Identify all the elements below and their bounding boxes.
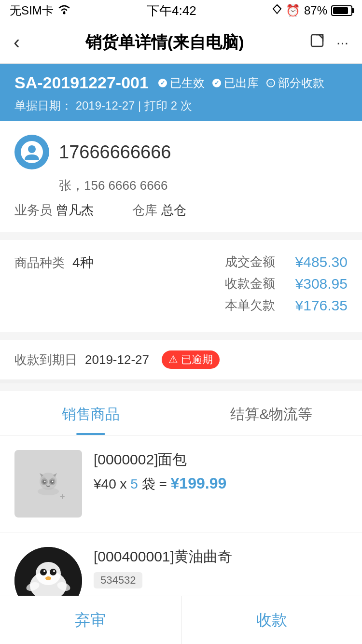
status-tags: 已生效 已出库 ○ 部分收款	[158, 75, 324, 91]
effective-check-icon	[158, 79, 167, 87]
header-banner: SA-20191227-001 已生效 已出库 ○ 部分收款 单据日期： 201…	[0, 64, 362, 121]
nav-bar: ‹ 销货单详情(来自电脑) ···	[0, 21, 362, 64]
product-info-bread: [0000002]面包 ¥40 x 5 袋 = ¥199.99	[94, 450, 348, 493]
order-number: SA-20191227-001	[14, 73, 149, 92]
svg-point-21	[45, 576, 51, 580]
warehouse-value: 总仓	[161, 202, 186, 219]
salesperson-label: 业务员	[14, 202, 52, 219]
nav-left: ‹	[14, 31, 20, 53]
svg-text:+: +	[60, 491, 65, 501]
svg-point-19	[43, 570, 45, 572]
product-types-item: 商品种类 4种	[14, 253, 181, 272]
status-left: 无SIM卡	[10, 3, 71, 18]
deal-amount-row: 成交金额 ¥485.30	[181, 253, 348, 270]
status-right: ⏰ 87%	[272, 4, 352, 17]
share-icon[interactable]	[309, 33, 325, 52]
status-shipped: 已出库	[212, 75, 259, 91]
due-label: 收款到期日	[14, 351, 77, 368]
svg-point-16	[36, 562, 61, 585]
svg-point-11	[44, 481, 46, 482]
received-label: 收款金额	[225, 275, 275, 292]
salesperson-value: 曾凡杰	[56, 202, 94, 219]
overdue-warning-icon: ⚠	[168, 353, 178, 366]
cancel-review-button[interactable]: 弃审	[0, 596, 181, 644]
status-time: 下午4:42	[147, 2, 196, 19]
product-name-bread: [0000002]面包	[94, 450, 348, 470]
overdue-badge: ⚠ 已逾期	[162, 350, 220, 369]
owed-label: 本单欠款	[225, 297, 275, 314]
battery-percent: 87%	[304, 4, 327, 17]
svg-point-20	[53, 570, 55, 572]
svg-point-6	[38, 488, 59, 495]
nav-right: ···	[309, 33, 348, 52]
summary-section: 商品种类 4种 成交金额 ¥485.30 收款金额 ¥308.95 本单欠款 ¥…	[0, 240, 362, 332]
page-title: 销货单详情(来自电脑)	[85, 31, 244, 54]
tab-settlement-logistics[interactable]: 结算&物流等	[181, 391, 362, 435]
back-button[interactable]: ‹	[14, 31, 20, 53]
customer-name: 17666666666	[59, 142, 171, 163]
status-effective: 已生效	[158, 75, 205, 91]
deal-amount-label: 成交金额	[225, 253, 275, 270]
deal-amount-value: ¥485.30	[285, 254, 348, 270]
alarm-icon: ⏰	[286, 4, 300, 17]
svg-point-17	[40, 569, 47, 575]
warehouse-label: 仓库	[132, 202, 157, 219]
owed-value: ¥176.35	[285, 297, 348, 314]
wifi-icon	[57, 4, 71, 17]
product-total-bread: ¥199.99	[171, 475, 227, 492]
summary-right: 成交金额 ¥485.30 收款金额 ¥308.95 本单欠款 ¥176.35	[181, 253, 348, 319]
svg-point-2	[28, 145, 36, 153]
product-name-cookies: [000400001]黄油曲奇	[94, 547, 348, 567]
collect-payment-button[interactable]: 收款	[181, 596, 362, 644]
tabs-section: 销售商品 结算&物流等	[0, 391, 362, 435]
product-qty-bread: 5	[130, 476, 138, 491]
status-partial: ○ 部分收款	[266, 75, 324, 91]
customer-meta: 业务员 曾凡杰 仓库 总仓	[14, 202, 348, 219]
partial-clock-icon: ○	[266, 79, 275, 87]
warehouse-item: 仓库 总仓	[132, 202, 186, 219]
bottom-bar: 弃审 收款	[0, 596, 362, 644]
carrier-label: 无SIM卡	[10, 3, 54, 18]
due-date-section: 收款到期日 2019-12-27 ⚠ 已逾期	[0, 340, 362, 383]
shipped-check-icon	[212, 79, 221, 87]
more-icon[interactable]: ···	[336, 34, 348, 51]
product-item: + [0000002]面包 ¥40 x 5 袋 = ¥199.99	[0, 435, 362, 532]
due-date-value: 2019-12-27	[85, 352, 149, 367]
received-value: ¥308.95	[285, 276, 348, 292]
avatar-person-icon	[21, 141, 43, 163]
customer-section: 17666666666 张，156 6666 6666 业务员 曾凡杰 仓库 总…	[0, 121, 362, 232]
product-price-bread: ¥40 x 5 袋 = ¥199.99	[94, 475, 348, 493]
avatar	[14, 135, 49, 169]
banner-subtitle: 单据日期： 2019-12-27 | 打印 2 次	[14, 98, 348, 113]
banner-top: SA-20191227-001 已生效 已出库 ○ 部分收款	[14, 73, 348, 92]
svg-point-12	[52, 481, 54, 482]
salesperson-item: 业务员 曾凡杰	[14, 202, 94, 219]
product-types-label: 商品种类	[14, 254, 65, 271]
svg-point-18	[50, 569, 56, 575]
product-image-bread: +	[14, 450, 82, 518]
customer-sub: 张，156 6666 6666	[14, 177, 348, 194]
customer-row: 17666666666	[14, 135, 348, 169]
svg-point-0	[63, 12, 65, 14]
product-sku-cookies: 534532	[94, 572, 142, 588]
owed-row: 本单欠款 ¥176.35	[181, 297, 348, 314]
status-bar: 无SIM卡 下午4:42 ⏰ 87%	[0, 0, 362, 21]
bread-image-placeholder: +	[14, 450, 82, 518]
product-types-count: 4种	[72, 253, 94, 272]
tab-sales-products[interactable]: 销售商品	[0, 391, 181, 435]
received-row: 收款金额 ¥308.95	[181, 275, 348, 292]
summary-left: 商品种类 4种	[14, 253, 181, 274]
location-icon	[272, 4, 282, 17]
battery-icon	[331, 5, 352, 16]
